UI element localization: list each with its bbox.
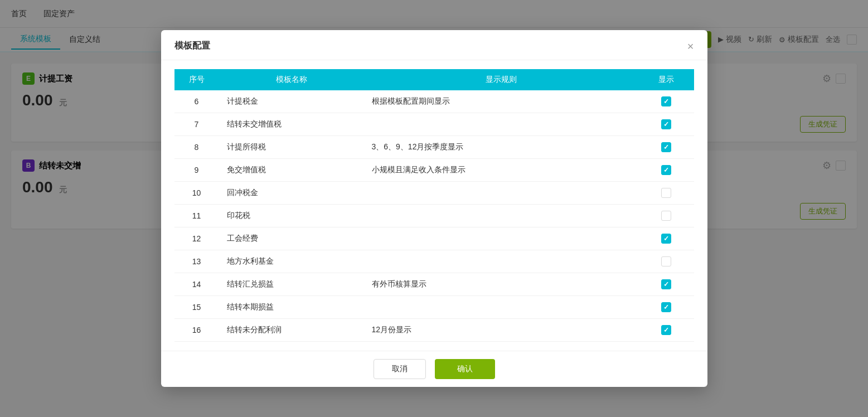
table-row: 14结转汇兑损益有外币核算显示 <box>174 273 694 296</box>
checkbox-container <box>646 256 686 266</box>
confirm-button[interactable]: 确认 <box>435 359 495 379</box>
row-checkbox[interactable] <box>661 96 671 106</box>
row-name: 工会经费 <box>219 227 364 250</box>
row-name: 地方水利基金 <box>219 250 364 273</box>
checkbox-container <box>646 325 686 335</box>
row-checkbox[interactable] <box>661 279 671 289</box>
row-no: 10 <box>174 182 219 205</box>
checkbox-container <box>646 188 686 198</box>
row-checkbox[interactable] <box>661 142 671 152</box>
checkbox-container <box>646 142 686 152</box>
row-display <box>638 136 694 159</box>
modal-close-button[interactable]: × <box>687 41 694 52</box>
col-rule: 显示规则 <box>364 69 638 90</box>
row-no: 11 <box>174 205 219 227</box>
col-name: 模板名称 <box>219 69 364 90</box>
row-no: 9 <box>174 159 219 182</box>
row-rule: 12月份显示 <box>364 319 638 342</box>
checkbox-container <box>646 234 686 244</box>
row-name: 结转汇兑损益 <box>219 273 364 296</box>
row-rule: 3、6、9、12月按季度显示 <box>364 136 638 159</box>
modal-overlay: 模板配置 × 序号 模板名称 显示规则 显示 6计提税金根据模板配置期间显 <box>0 0 868 417</box>
row-name: 回冲税金 <box>219 182 364 205</box>
row-display <box>638 296 694 319</box>
row-display <box>638 182 694 205</box>
col-display: 显示 <box>638 69 694 90</box>
checkbox-container <box>646 165 686 175</box>
row-checkbox[interactable] <box>661 211 671 221</box>
row-rule <box>364 250 638 273</box>
table-row: 11印花税 <box>174 205 694 227</box>
row-display <box>638 250 694 273</box>
row-name: 免交增值税 <box>219 159 364 182</box>
row-checkbox[interactable] <box>661 165 671 175</box>
table-row: 6计提税金根据模板配置期间显示 <box>174 90 694 113</box>
checkbox-container <box>646 96 686 106</box>
table-row: 10回冲税金 <box>174 182 694 205</box>
checkbox-container <box>646 302 686 312</box>
row-no: 8 <box>174 136 219 159</box>
table-head: 序号 模板名称 显示规则 显示 <box>174 69 694 90</box>
checkbox-container <box>646 279 686 289</box>
row-checkbox[interactable] <box>661 325 671 335</box>
row-checkbox[interactable] <box>661 119 671 129</box>
row-rule <box>364 182 638 205</box>
row-display <box>638 90 694 113</box>
table-row: 12工会经费 <box>174 227 694 250</box>
row-rule: 小规模且满足收入条件显示 <box>364 159 638 182</box>
modal-header: 模板配置 × <box>161 30 707 60</box>
table-row: 7结转未交增值税 <box>174 113 694 136</box>
modal-footer: 取消 确认 <box>161 351 707 387</box>
table-row: 8计提所得税3、6、9、12月按季度显示 <box>174 136 694 159</box>
table-scroll-container[interactable]: 序号 模板名称 显示规则 显示 6计提税金根据模板配置期间显示7结转未交增值税8… <box>174 69 694 342</box>
config-table: 序号 模板名称 显示规则 显示 6计提税金根据模板配置期间显示7结转未交增值税8… <box>174 69 694 342</box>
row-checkbox[interactable] <box>661 234 671 244</box>
table-row: 13地方水利基金 <box>174 250 694 273</box>
row-no: 13 <box>174 250 219 273</box>
row-display <box>638 273 694 296</box>
row-rule <box>364 227 638 250</box>
row-no: 15 <box>174 296 219 319</box>
col-no: 序号 <box>174 69 219 90</box>
row-display <box>638 159 694 182</box>
row-checkbox[interactable] <box>661 188 671 198</box>
row-checkbox[interactable] <box>661 302 671 312</box>
modal-title: 模板配置 <box>174 40 210 52</box>
row-display <box>638 319 694 342</box>
row-name: 计提税金 <box>219 90 364 113</box>
row-no: 14 <box>174 273 219 296</box>
checkbox-container <box>646 119 686 129</box>
row-rule <box>364 205 638 227</box>
row-display <box>638 227 694 250</box>
table-body: 6计提税金根据模板配置期间显示7结转未交增值税8计提所得税3、6、9、12月按季… <box>174 90 694 342</box>
row-no: 7 <box>174 113 219 136</box>
row-name: 结转本期损益 <box>219 296 364 319</box>
table-row: 16结转未分配利润12月份显示 <box>174 319 694 342</box>
row-display <box>638 205 694 227</box>
row-rule: 有外币核算显示 <box>364 273 638 296</box>
row-rule <box>364 296 638 319</box>
row-name: 印花税 <box>219 205 364 227</box>
template-config-modal: 模板配置 × 序号 模板名称 显示规则 显示 6计提税金根据模板配置期间显 <box>161 30 707 387</box>
row-name: 计提所得税 <box>219 136 364 159</box>
row-checkbox[interactable] <box>661 256 671 266</box>
row-no: 6 <box>174 90 219 113</box>
row-name: 结转未分配利润 <box>219 319 364 342</box>
row-rule: 根据模板配置期间显示 <box>364 90 638 113</box>
checkbox-container <box>646 211 686 221</box>
row-name: 结转未交增值税 <box>219 113 364 136</box>
row-rule <box>364 113 638 136</box>
cancel-button[interactable]: 取消 <box>374 359 426 379</box>
table-row: 15结转本期损益 <box>174 296 694 319</box>
modal-body: 序号 模板名称 显示规则 显示 6计提税金根据模板配置期间显示7结转未交增值税8… <box>161 60 707 351</box>
row-no: 12 <box>174 227 219 250</box>
row-no: 16 <box>174 319 219 342</box>
row-display <box>638 113 694 136</box>
table-row: 9免交增值税小规模且满足收入条件显示 <box>174 159 694 182</box>
